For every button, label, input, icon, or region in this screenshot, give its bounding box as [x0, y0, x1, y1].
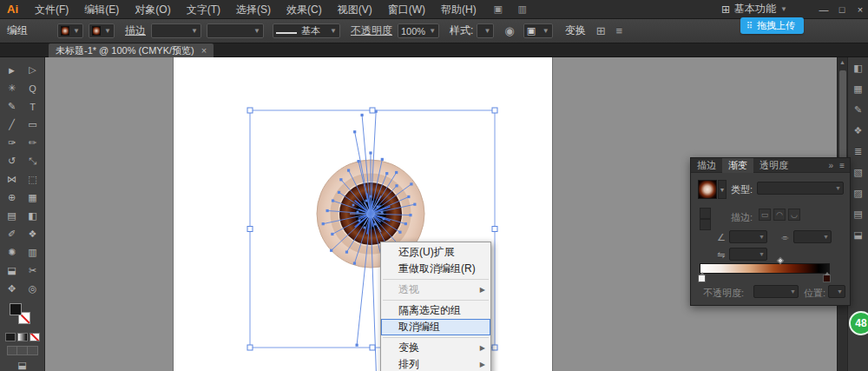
context-menu-item[interactable]: 取消编组 — [381, 319, 490, 335]
panel-tab-渐变[interactable]: 渐变 — [722, 158, 753, 173]
zoom-tool[interactable]: ◎ — [23, 280, 43, 298]
menu-item-7[interactable]: 窗口(W) — [380, 0, 433, 19]
symbols-panel-icon[interactable]: ❖ — [848, 120, 868, 141]
screen-mode-button[interactable]: ⬓ — [0, 360, 44, 371]
close-button[interactable]: × — [852, 4, 868, 15]
none-button[interactable] — [30, 333, 40, 341]
selection-handle[interactable] — [247, 227, 253, 232]
collapse-panel-icon[interactable]: » — [829, 161, 834, 170]
selection-handle[interactable] — [247, 108, 253, 113]
stroke-weight-dropdown[interactable]: ▼ — [151, 23, 201, 38]
lasso-tool[interactable]: Q — [23, 79, 43, 97]
context-menu-item[interactable]: 还原(U)扩展 — [381, 244, 490, 261]
context-menu-item[interactable]: 变换▶ — [381, 340, 490, 356]
selection-tool[interactable]: ► — [2, 61, 23, 79]
scroll-up-icon[interactable]: ▲ — [838, 57, 847, 68]
artboard-tool[interactable]: ⬓ — [2, 262, 23, 280]
line-segment-tool[interactable]: ╱ — [2, 116, 23, 134]
gradient-tool[interactable]: ◧ — [23, 207, 43, 225]
gradient-thumbnail[interactable] — [698, 180, 717, 199]
rotate-tool[interactable]: ↺ — [2, 152, 23, 170]
perspective-grid-tool[interactable]: ▦ — [23, 189, 43, 207]
pencil-tool[interactable]: ✏ — [23, 134, 43, 152]
rectangle-tool[interactable]: ▭ — [23, 116, 43, 134]
stroke-color-dropdown[interactable]: ▼ — [89, 23, 115, 38]
slice-tool[interactable]: ✂ — [23, 262, 43, 280]
green-count-badge[interactable]: 48 — [849, 311, 868, 335]
opacity-link[interactable]: 不透明度 — [351, 23, 392, 38]
aspect-ratio-field[interactable]: ▼ — [793, 230, 832, 243]
color-panel-icon[interactable]: ◧ — [848, 57, 868, 78]
menu-item-1[interactable]: 编辑(E) — [76, 0, 127, 19]
drawing-mode-buttons[interactable] — [0, 346, 44, 355]
tab-close-icon[interactable]: × — [201, 45, 207, 56]
context-menu-item[interactable]: 排列▶ — [381, 356, 490, 371]
brushes-panel-icon[interactable]: ✎ — [848, 99, 868, 120]
mesh-tool[interactable]: ▤ — [2, 207, 23, 225]
magic-wand-tool[interactable]: ✳ — [2, 79, 23, 97]
artboards-panel-icon[interactable]: ⬓ — [848, 224, 868, 245]
eyedropper-tool[interactable]: ✐ — [2, 225, 23, 243]
panel-menu-icon[interactable]: ≡ — [839, 161, 845, 170]
swatches-panel-icon[interactable]: ▦ — [848, 78, 868, 99]
gradient-button[interactable] — [17, 333, 28, 341]
menu-item-2[interactable]: 对象(O) — [127, 0, 178, 19]
drag-upload-button[interactable]: ⠿ 拖拽上传 — [740, 17, 804, 34]
menu-item-4[interactable]: 选择(S) — [228, 0, 279, 19]
restore-button[interactable]: □ — [834, 4, 850, 15]
fill-swatch[interactable] — [10, 303, 22, 315]
shape-builder-tool[interactable]: ⊕ — [2, 189, 23, 207]
document-setup-dropdown[interactable]: ▣▼ — [523, 23, 553, 38]
stroke-along-icon[interactable]: ◠ — [773, 209, 786, 221]
stroke-across-icon[interactable]: ◡ — [788, 209, 800, 221]
column-graph-tool[interactable]: ▥ — [23, 243, 43, 262]
gradient-slider-bar[interactable] — [700, 263, 830, 274]
panel-opacity-field[interactable]: ▼ — [753, 285, 799, 298]
gradient-thumb-dropdown-icon[interactable]: ▼ — [718, 180, 727, 199]
panel-tab-透明度[interactable]: 透明度 — [753, 158, 794, 173]
panel-tab-描边[interactable]: 描边 — [691, 158, 722, 173]
blend-tool[interactable]: ❖ — [23, 225, 43, 243]
selection-handle[interactable] — [247, 345, 253, 350]
minimize-button[interactable]: — — [816, 4, 832, 15]
color-button[interactable] — [5, 333, 16, 341]
type-dropdown[interactable]: ▼ — [757, 182, 844, 195]
type-tool[interactable]: T — [23, 97, 43, 116]
context-menu-item[interactable]: 重做取消编组(R) — [381, 261, 490, 277]
workspace-switcher[interactable]: ⊞ 基本功能 ▼ — [721, 2, 787, 17]
menu-item-8[interactable]: 帮助(H) — [433, 0, 484, 19]
panel-options-icon[interactable]: ≡ — [616, 24, 623, 37]
menu-item-0[interactable]: 文件(F) — [27, 0, 76, 19]
width-profile-dropdown[interactable]: ▼ — [207, 23, 264, 38]
free-transform-tool[interactable]: ⬚ — [23, 170, 43, 189]
selection-handle[interactable] — [370, 345, 375, 350]
pen-tool[interactable]: ✎ — [2, 97, 23, 116]
stroke-link[interactable]: 描边 — [125, 23, 146, 38]
document-tab[interactable]: 未标题-1* @ 100% (CMYK/预览) × — [49, 43, 214, 57]
gradient-stop-right[interactable] — [823, 275, 831, 282]
selection-handle[interactable] — [492, 108, 497, 113]
menu-item-3[interactable]: 文字(T) — [179, 0, 228, 19]
gradient-panel-icon[interactable]: ▧ — [848, 162, 868, 182]
stroke-panel-icon[interactable]: ≣ — [848, 141, 868, 162]
menu-item-6[interactable]: 视图(V) — [330, 0, 380, 19]
gradient-annotator-toggle[interactable] — [700, 208, 711, 230]
fill-stroke-control[interactable] — [0, 301, 44, 329]
context-menu-item[interactable]: 透视▶ — [381, 282, 490, 298]
layers-panel-icon[interactable]: ▤ — [848, 203, 868, 224]
selection-handle[interactable] — [370, 108, 375, 113]
opacity-dropdown[interactable]: 100%▼ — [398, 23, 439, 38]
document-layout-icon[interactable]: ▣ — [488, 3, 509, 15]
transparency-panel-icon[interactable]: ▨ — [848, 182, 868, 203]
style-dropdown[interactable]: ▼ — [477, 23, 494, 38]
align-icon[interactable]: ⊞ — [596, 24, 606, 37]
reverse-gradient-icon[interactable]: ⇋ — [717, 249, 725, 261]
selection-handle[interactable] — [492, 227, 497, 232]
gradient-stop-left[interactable] — [698, 275, 706, 282]
selection-handle[interactable] — [492, 345, 497, 350]
menu-item-5[interactable]: 效果(C) — [279, 0, 330, 19]
scale-tool[interactable]: ⤡ — [23, 152, 43, 170]
arrange-documents-icon[interactable]: ▥ — [512, 3, 533, 15]
stroke-within-icon[interactable]: ▭ — [759, 209, 771, 221]
location-field[interactable]: ▼ — [828, 285, 845, 298]
